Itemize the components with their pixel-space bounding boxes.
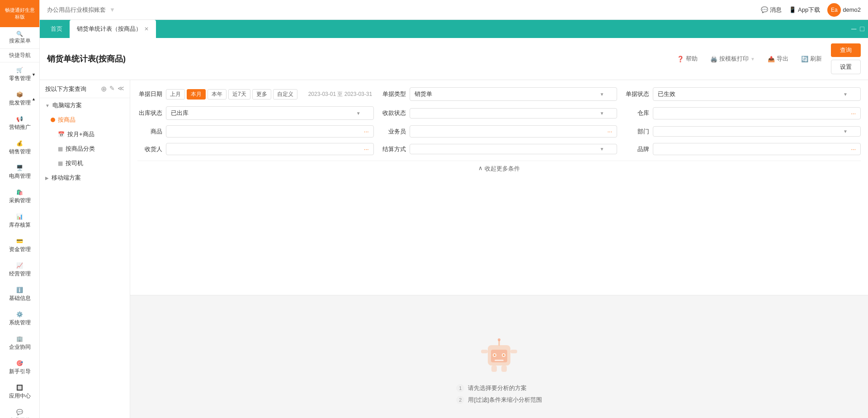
tree-item-by-cashier[interactable]: ▦ 按司机 bbox=[40, 156, 130, 171]
payment-status-filter-group: 收款状态 ▼ bbox=[381, 108, 618, 119]
date-btn-custom[interactable]: 自定义 bbox=[273, 89, 297, 100]
doc-type-arrow: ▼ bbox=[599, 92, 604, 97]
warehouse-input[interactable]: ··· bbox=[653, 107, 861, 119]
query-btn[interactable]: 查询 bbox=[831, 43, 861, 57]
salesperson-ellipsis[interactable]: ··· bbox=[608, 128, 613, 135]
brand-ellipsis[interactable]: ··· bbox=[851, 146, 856, 152]
tree-item-by-month-product[interactable]: 📅 按月+商品 bbox=[40, 127, 130, 142]
date-btn-more[interactable]: 更多 bbox=[252, 89, 271, 100]
svg-rect-10 bbox=[510, 350, 517, 353]
sidebar-item-ecommerce[interactable]: 🖥️ 电商管理 bbox=[0, 160, 39, 185]
sidebar-item-guide[interactable]: 🎯 新手引导 bbox=[0, 356, 39, 380]
app-download-icon: 📱 bbox=[789, 6, 796, 13]
sidebar-quick-nav[interactable]: 快捷导航 bbox=[0, 49, 39, 62]
sidebar-item-basic[interactable]: ℹ️ 基础信息 bbox=[0, 282, 39, 307]
tree-item-by-product[interactable]: 按商品 bbox=[40, 113, 130, 127]
sidebar: 畅捷通好生意 标版 🔍 搜索菜单 快捷导航 🛒 零售管理 ▼ 📦 批发管理 ▲ … bbox=[0, 0, 40, 418]
payment-status-label: 收款状态 bbox=[381, 109, 406, 117]
enterprise-label: 企业协同 bbox=[9, 343, 31, 351]
sidebar-search[interactable]: 🔍 搜索菜单 bbox=[0, 27, 39, 49]
doc-type-filter-group: 单据类型 销货单 ▼ bbox=[381, 87, 618, 101]
app-download-btn[interactable]: 📱 App下载 bbox=[789, 6, 820, 14]
sidebar-item-wechat[interactable]: 💬 企业微信 bbox=[0, 404, 39, 418]
salesperson-input[interactable]: ··· bbox=[410, 125, 618, 138]
user-menu[interactable]: Ea demo2 bbox=[827, 3, 861, 17]
left-panel: 按以下方案查询 ⊕ ✎ ≪ ▼ 电脑端方案 按商品 � bbox=[40, 80, 130, 418]
message-label: 消息 bbox=[770, 6, 782, 14]
tip-text-2: 用[过滤]条件来缩小分析范围 bbox=[468, 396, 542, 404]
collapse-filters-btn[interactable]: ∧ 收起更多条件 bbox=[137, 161, 861, 176]
sidebar-item-finance[interactable]: 💳 资金管理 bbox=[0, 233, 39, 258]
template-print-btn[interactable]: 🖨️ 按模板打印 ▼ bbox=[707, 53, 759, 65]
doc-status-select[interactable]: 已生效 ▼ bbox=[653, 87, 861, 101]
help-btn[interactable]: ❓ 帮助 bbox=[673, 53, 701, 65]
app-download-label: App下载 bbox=[798, 6, 820, 14]
salesperson-filter-group: 业务员 ··· bbox=[381, 125, 618, 138]
sidebar-item-wholesale[interactable]: 📦 批发管理 ▲ bbox=[0, 87, 39, 111]
sidebar-item-retail[interactable]: 🛒 零售管理 ▼ bbox=[0, 62, 39, 87]
tab-sales-stats[interactable]: 销货单统计表（按商品） ✕ bbox=[70, 20, 156, 38]
sidebar-item-apps[interactable]: 🔲 应用中心 bbox=[0, 380, 39, 404]
tab-home[interactable]: 首页 bbox=[43, 20, 70, 38]
ecommerce-label: 电商管理 bbox=[9, 172, 31, 180]
warehouse-ellipsis[interactable]: ··· bbox=[851, 110, 856, 117]
add-scheme-btn[interactable]: ⊕ bbox=[101, 85, 107, 93]
inventory-icon: 📊 bbox=[16, 214, 23, 220]
tree-arrow-mobile: ▶ bbox=[45, 176, 49, 180]
date-btn-this-month[interactable]: 本月 bbox=[187, 89, 206, 100]
username: demo2 bbox=[843, 6, 861, 13]
tree-item-pc[interactable]: ▼ 电脑端方案 bbox=[40, 98, 130, 113]
date-btn-7days[interactable]: 近7天 bbox=[228, 89, 250, 100]
date-btn-last-month[interactable]: 上月 bbox=[166, 89, 185, 100]
sidebar-item-purchase[interactable]: 🛍️ 采购管理 bbox=[0, 185, 39, 209]
receiver-ellipsis[interactable]: ··· bbox=[364, 146, 369, 152]
inventory-label: 库存核算 bbox=[9, 221, 31, 229]
stock-status-value: 已出库 bbox=[171, 109, 189, 117]
empty-illustration bbox=[476, 332, 522, 377]
receiver-input[interactable]: ··· bbox=[166, 143, 374, 155]
department-select[interactable]: ▼ bbox=[653, 126, 861, 137]
sidebar-item-operations[interactable]: 📈 经营管理 bbox=[0, 258, 39, 282]
doc-type-select[interactable]: 销货单 ▼ bbox=[410, 87, 618, 101]
tree-label-by-cashier: 按司机 bbox=[66, 159, 83, 167]
product-ellipsis[interactable]: ··· bbox=[364, 128, 369, 135]
refresh-btn[interactable]: 🔄 刷新 bbox=[797, 53, 826, 65]
sidebar-item-enterprise[interactable]: 🏢 企业协同 bbox=[0, 331, 39, 356]
collapse-panel-btn[interactable]: ≪ bbox=[118, 85, 124, 93]
product-input[interactable]: ··· bbox=[166, 125, 374, 138]
left-panel-header: 按以下方案查询 ⊕ ✎ ≪ bbox=[40, 80, 130, 98]
tab-maximize-icon[interactable]: □ bbox=[860, 25, 864, 33]
sidebar-item-sales[interactable]: 💰 销售管理 bbox=[0, 136, 39, 160]
content-area: 销货单统计表(按商品) ❓ 帮助 🖨️ 按模板打印 ▼ 📤 导出 🔄 刷新 bbox=[40, 38, 868, 418]
settings-btn[interactable]: 设置 bbox=[831, 60, 861, 74]
retail-icon: 🛒 bbox=[16, 67, 23, 73]
tab-close-btn[interactable]: ✕ bbox=[144, 26, 149, 32]
tab-minimize-icon[interactable]: ─ bbox=[851, 25, 856, 33]
calendar-icon: 📅 bbox=[58, 131, 65, 138]
payment-status-select[interactable]: ▼ bbox=[410, 108, 618, 119]
sidebar-item-system[interactable]: ⚙️ 系统管理 bbox=[0, 307, 39, 331]
sidebar-item-marketing[interactable]: 📢 营销推广 bbox=[0, 111, 39, 136]
brand-input[interactable]: ··· bbox=[653, 143, 861, 155]
breadcrumb-text: 办公用品行业模拟账套 bbox=[47, 6, 106, 14]
sidebar-item-inventory[interactable]: 📊 库存核算 bbox=[0, 209, 39, 233]
stock-status-select[interactable]: 已出库 ▼ bbox=[166, 106, 374, 120]
search-icon: 🔍 bbox=[16, 31, 23, 37]
receiver-label: 收货人 bbox=[137, 145, 162, 153]
settlement-select[interactable]: ▼ bbox=[410, 144, 618, 154]
edit-scheme-btn[interactable]: ✎ bbox=[109, 85, 115, 93]
tree-item-mobile[interactable]: ▶ 移动端方案 bbox=[40, 171, 130, 185]
department-label: 部门 bbox=[624, 128, 649, 136]
date-btn-this-year[interactable]: 本年 bbox=[208, 89, 226, 100]
tree-item-by-product-category[interactable]: ▦ 按商品分类 bbox=[40, 142, 130, 156]
tree-label-by-product: 按商品 bbox=[58, 116, 75, 124]
message-icon: 💬 bbox=[761, 6, 768, 13]
payment-status-arrow: ▼ bbox=[599, 111, 604, 116]
export-btn[interactable]: 📤 导出 bbox=[764, 53, 792, 65]
tabbar-actions: ─ □ bbox=[851, 25, 864, 33]
svg-rect-11 bbox=[491, 366, 497, 372]
page-title: 销货单统计表(按商品) bbox=[47, 53, 126, 64]
main-area: 办公用品行业模拟账套 ▼ 💬 消息 📱 App下载 Ea demo2 首页 bbox=[40, 0, 868, 418]
page-actions: ❓ 帮助 🖨️ 按模板打印 ▼ 📤 导出 🔄 刷新 查询 bbox=[673, 43, 861, 74]
message-btn[interactable]: 💬 消息 bbox=[761, 6, 782, 14]
